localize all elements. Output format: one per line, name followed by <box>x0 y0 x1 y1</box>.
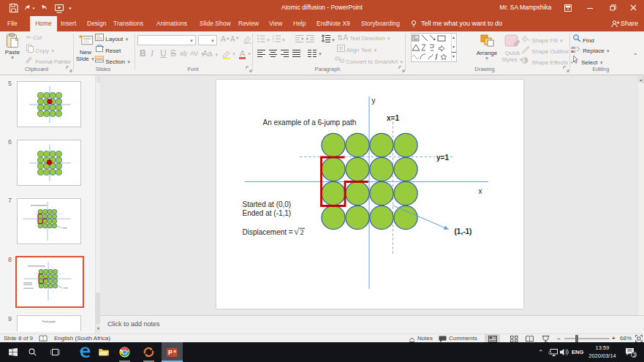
svg-text:An example of a 6-jump path: An example of a 6-jump path <box>263 118 357 127</box>
svg-text:y: y <box>372 97 376 105</box>
svg-text:3: 3 <box>633 352 636 358</box>
svg-text:x=1: x=1 <box>387 114 399 122</box>
svg-text:2: 2 <box>300 228 304 236</box>
svg-text:Started at (0,0): Started at (0,0) <box>243 200 292 208</box>
svg-text:x: x <box>479 187 482 195</box>
svg-text:√: √ <box>294 226 300 237</box>
svg-text:y=1: y=1 <box>436 154 449 162</box>
svg-text:(1,-1): (1,-1) <box>455 227 472 235</box>
svg-text:ac: ac <box>571 49 575 53</box>
svg-text:Displacement =: Displacement = <box>243 228 293 236</box>
svg-text:Ended at (-1,1): Ended at (-1,1) <box>243 209 292 217</box>
svg-text:P: P <box>168 349 173 356</box>
